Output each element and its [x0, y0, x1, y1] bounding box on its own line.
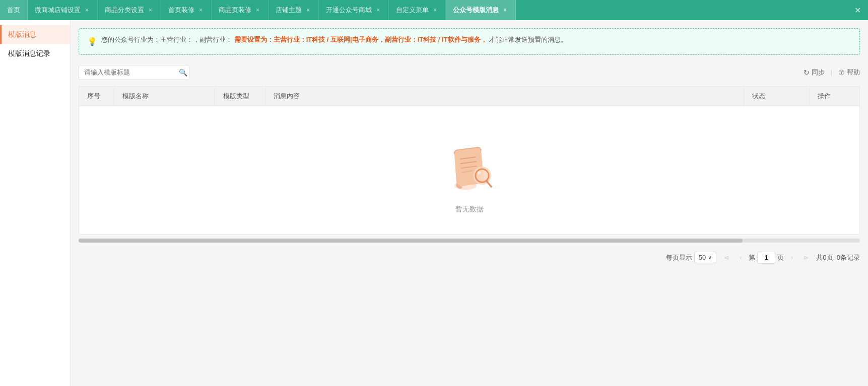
- nav-tab-template-message-label: 公众号模版消息: [453, 6, 499, 15]
- close-category-settings-icon[interactable]: ×: [147, 6, 154, 15]
- last-page-button[interactable]: ⊳: [800, 252, 812, 264]
- close-custom-menu-icon[interactable]: ×: [432, 6, 438, 15]
- sync-button[interactable]: ↻ 同步: [804, 68, 825, 77]
- nav-tab-home[interactable]: 首页: [0, 0, 28, 20]
- sync-label: 同步: [812, 68, 825, 77]
- nav-tab-shop-settings-label: 微商城店铺设置: [35, 6, 81, 15]
- nav-tab-category-settings-label: 商品分类设置: [105, 6, 144, 15]
- col-header-actions: 操作: [810, 86, 860, 106]
- search-input-wrap: 🔍: [79, 65, 189, 80]
- col-header-content: 消息内容: [265, 86, 744, 106]
- nav-tab-open-wechat-shop[interactable]: 开通公众号商城 ×: [319, 0, 389, 20]
- help-button[interactable]: ⑦ 帮助: [838, 68, 860, 77]
- search-input[interactable]: [79, 65, 174, 79]
- notice-prefix: 您的公众号行业为：主营行业：，副营行业：: [101, 36, 232, 43]
- close-home-decoration-icon[interactable]: ×: [197, 6, 204, 15]
- sidebar: 模版消息 模版消息记录: [0, 20, 71, 386]
- page-size-label: 每页显示: [666, 253, 692, 262]
- svg-point-8: [478, 171, 481, 174]
- col-header-index: 序号: [79, 86, 114, 106]
- notice-box: 💡 您的公众号行业为：主营行业：，副营行业： 需要设置为：主营行业：IT科技 /…: [79, 28, 860, 55]
- nav-tab-product-decoration[interactable]: 商品页装修 ×: [212, 0, 269, 20]
- page-size-dropdown[interactable]: 50 ∨: [694, 252, 716, 263]
- nav-tab-template-message[interactable]: 公众号模版消息 ×: [446, 0, 516, 20]
- page-size-select: 每页显示 50 ∨: [666, 252, 716, 263]
- main-layout: 模版消息 模版消息记录 💡 您的公众号行业为：主营行业：，副营行业： 需要设置为…: [0, 20, 868, 386]
- nav-tab-shop-theme[interactable]: 店铺主题 ×: [269, 0, 319, 20]
- page-navigation: ⊲ ‹ 第 页 › ⊳: [720, 252, 812, 264]
- sidebar-item-template-message-records[interactable]: 模版消息记录: [0, 44, 70, 63]
- nav-tab-shop-settings[interactable]: 微商城店铺设置 ×: [28, 0, 98, 20]
- col-header-type: 模版类型: [215, 86, 265, 106]
- page-label: 第: [749, 253, 755, 262]
- data-table: 序号 模版名称 模版类型 消息内容 状态 操作: [79, 86, 860, 235]
- divider: |: [831, 68, 832, 76]
- nav-tab-open-wechat-shop-label: 开通公众号商城: [326, 6, 372, 15]
- nav-tab-custom-menu[interactable]: 自定义菜单 ×: [389, 0, 446, 20]
- sidebar-item-template-message-label: 模版消息: [8, 30, 36, 38]
- table-header-row: 序号 模版名称 模版类型 消息内容 状态 操作: [79, 86, 860, 106]
- close-shop-settings-icon[interactable]: ×: [84, 6, 90, 15]
- sidebar-item-template-message-records-label: 模版消息记录: [8, 49, 50, 57]
- nav-tab-home-decoration-label: 首页装修: [168, 6, 194, 15]
- scroll-thumb: [79, 239, 743, 243]
- sync-icon: ↻: [804, 68, 810, 76]
- prev-page-button[interactable]: ‹: [735, 252, 747, 264]
- nav-tab-home-decoration[interactable]: 首页装修 ×: [161, 0, 212, 20]
- horizontal-scrollbar[interactable]: [79, 239, 860, 243]
- page-unit: 页: [777, 253, 784, 262]
- notice-highlight: 需要设置为：主营行业：IT科技 / 互联网|电子商务，副营行业：IT科技 / I…: [234, 36, 487, 43]
- col-header-name: 模版名称: [114, 86, 215, 106]
- empty-text-label: 暂无数据: [455, 205, 484, 214]
- help-icon: ⑦: [838, 68, 845, 76]
- col-header-status: 状态: [744, 86, 810, 106]
- pagination: 每页显示 50 ∨ ⊲ ‹ 第 页 › ⊳ 共0页, 0条记录: [79, 247, 860, 266]
- empty-state: 暂无数据: [79, 106, 859, 234]
- notice-text: 您的公众号行业为：主营行业：，副营行业： 需要设置为：主营行业：IT科技 / 互…: [101, 35, 567, 45]
- total-info: 共0页, 0条记录: [816, 253, 860, 262]
- sidebar-item-template-message[interactable]: 模版消息: [0, 25, 70, 44]
- content-area: 💡 您的公众号行业为：主营行业：，副营行业： 需要设置为：主营行业：IT科技 /…: [71, 20, 868, 386]
- close-open-wechat-shop-icon[interactable]: ×: [375, 6, 381, 15]
- help-label: 帮助: [847, 68, 860, 77]
- top-nav: 首页 微商城店铺设置 × 商品分类设置 × 首页装修 × 商品页装修 × 店铺主…: [0, 0, 868, 20]
- empty-illustration: [439, 136, 500, 197]
- search-button[interactable]: 🔍: [174, 65, 189, 80]
- notice-bulb-icon: 💡: [87, 35, 97, 48]
- next-page-button[interactable]: ›: [786, 252, 798, 264]
- search-actions: ↻ 同步 | ⑦ 帮助: [804, 68, 860, 77]
- close-product-decoration-icon[interactable]: ×: [254, 6, 261, 15]
- search-bar: 🔍 ↻ 同步 | ⑦ 帮助: [79, 65, 860, 80]
- page-size-value: 50: [699, 254, 706, 261]
- nav-tab-product-decoration-label: 商品页装修: [219, 6, 251, 15]
- nav-tab-category-settings[interactable]: 商品分类设置 ×: [98, 0, 161, 20]
- chevron-down-icon: ∨: [708, 254, 712, 261]
- close-template-message-icon[interactable]: ×: [502, 6, 508, 15]
- nav-tab-custom-menu-label: 自定义菜单: [396, 6, 429, 15]
- first-page-button[interactable]: ⊲: [720, 252, 732, 264]
- nav-tab-home-label: 首页: [7, 6, 20, 15]
- page-number-input[interactable]: [757, 252, 775, 264]
- close-all-tabs-button[interactable]: ✕: [847, 0, 868, 20]
- notice-suffix: 才能正常发送预置的消息。: [489, 36, 567, 43]
- close-shop-theme-icon[interactable]: ×: [305, 6, 311, 15]
- nav-tab-shop-theme-label: 店铺主题: [276, 6, 302, 15]
